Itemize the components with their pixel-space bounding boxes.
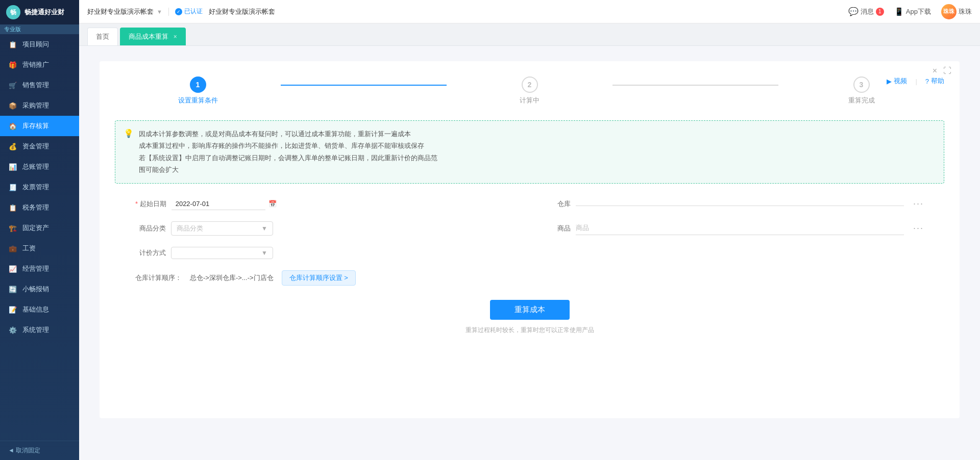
- goods-placeholder: 商品: [576, 223, 589, 233]
- calc-order-value: 总仓->深圳仓库->...->门店仓: [190, 273, 274, 283]
- app-download-label: App下载: [906, 7, 931, 16]
- info-line-4: 围可能会扩大: [139, 164, 437, 175]
- sidebar-item-label: 税务管理: [22, 203, 49, 212]
- step-3-label: 重算完成: [848, 96, 875, 105]
- goods-field: 商品 商品 ···: [540, 221, 924, 235]
- unpin-button[interactable]: ◄ 取消固定: [0, 441, 79, 460]
- close-window-button[interactable]: ×: [933, 66, 937, 75]
- sidebar-item-project[interactable]: 📋 项目顾问: [0, 34, 79, 55]
- info-icon: 💡: [124, 129, 134, 176]
- sidebar-logo: 畅 畅捷通好业财: [0, 0, 79, 24]
- certified-status: ✓ 已认证: [175, 7, 203, 16]
- sidebar-item-inventory[interactable]: 🏠 库存核算: [0, 116, 79, 136]
- expense-icon: 🔄: [8, 285, 17, 294]
- calendar-icon[interactable]: 📅: [268, 200, 277, 208]
- operations-icon: 📈: [8, 264, 17, 273]
- sidebar-item-basic[interactable]: 📝 基础信息: [0, 299, 79, 320]
- sidebar-item-assets[interactable]: 🏗️ 固定资产: [0, 218, 79, 238]
- tab-home[interactable]: 首页: [87, 28, 118, 45]
- tab-close-icon[interactable]: ×: [174, 33, 177, 40]
- sidebar-item-expense[interactable]: 🔄 小畅报销: [0, 279, 79, 299]
- sidebar-item-salary[interactable]: 💼 工资: [0, 238, 79, 259]
- recalculate-button[interactable]: 重算成本: [490, 300, 570, 320]
- tax-icon: 📋: [8, 203, 17, 212]
- category-placeholder: 商品分类: [177, 224, 203, 233]
- user-avatar: 珠珠: [941, 4, 957, 19]
- step-2-label: 计算中: [520, 96, 540, 105]
- logo-text: 畅捷通好业财: [24, 8, 64, 17]
- sidebar-item-label: 库存核算: [22, 121, 49, 131]
- phone-icon: 📱: [894, 7, 904, 16]
- sidebar-item-label: 工资: [22, 244, 36, 253]
- sidebar: 畅 畅捷通好业财 专业版 📋 项目顾问 🎁 营销推广 🛒 销售管理 📦 采购管理…: [0, 0, 79, 460]
- sidebar-item-label: 系统管理: [22, 325, 49, 335]
- step-2-circle: 2: [522, 76, 538, 93]
- main-area: 好业财专业版演示帐套 ▼ ✓ 已认证 好业财专业版演示帐套 💬 消息 1 📱 A…: [79, 0, 980, 460]
- calc-order-settings-button[interactable]: 仓库计算顺序设置 >: [282, 270, 356, 286]
- sidebar-item-label: 发票管理: [22, 183, 49, 192]
- accounting-icon: 📊: [8, 162, 17, 171]
- category-label: 商品分类: [135, 224, 166, 233]
- info-line-1: 因成本计算参数调整，或是对商品成本有疑问时，可以通过成本重算功能，重新计算一遍成…: [139, 128, 437, 140]
- recalculate-note: 重算过程耗时较长，重算时您可以正常使用产品: [465, 326, 594, 335]
- form-section: 起始日期 📅 仓库 ···: [115, 198, 944, 335]
- window-controls: × ⛶: [933, 66, 951, 75]
- goods-label: 商品: [540, 224, 571, 233]
- sidebar-item-tax[interactable]: 📋 税务管理: [0, 197, 79, 218]
- sidebar-item-label: 经营管理: [22, 264, 49, 273]
- sidebar-item-system[interactable]: ⚙️ 系统管理: [0, 320, 79, 340]
- message-button[interactable]: 💬 消息 1: [848, 7, 884, 16]
- message-icon: 💬: [848, 7, 859, 16]
- purchase-icon: 📦: [8, 101, 17, 110]
- info-box: 💡 因成本计算参数调整，或是对商品成本有疑问时，可以通过成本重算功能，重新计算一…: [115, 120, 944, 184]
- warehouse-field: 仓库 ···: [540, 198, 924, 209]
- warehouse-more-button[interactable]: ···: [913, 198, 924, 209]
- tab-recalc-label: 商品成本重算: [129, 33, 168, 40]
- account-selector[interactable]: 好业财专业版演示帐套 ▼: [87, 7, 162, 16]
- info-line-2: 成本重算过程中，影响库存账的操作均不能操作，比如进货单、销货单、库存单据不能审核…: [139, 140, 437, 151]
- calc-order-row: 仓库计算顺序： 总仓->深圳仓库->...->门店仓 仓库计算顺序设置 >: [135, 270, 924, 286]
- sidebar-item-purchase[interactable]: 📦 采购管理: [0, 95, 79, 116]
- sidebar-item-marketing[interactable]: 🎁 营销推广: [0, 55, 79, 75]
- sidebar-item-sales[interactable]: 🛒 销售管理: [0, 75, 79, 95]
- recalculate-label: 重算成本: [514, 305, 545, 314]
- inventory-icon: 🏠: [8, 121, 17, 131]
- start-date-input[interactable]: [172, 198, 265, 210]
- content-panel: × ⛶ ▶ 视频 | ? 帮助 1 设置重算条件: [100, 61, 960, 418]
- content-area: × ⛶ ▶ 视频 | ? 帮助 1 设置重算条件: [79, 46, 980, 460]
- sidebar-item-accounting[interactable]: 📊 总账管理: [0, 157, 79, 177]
- form-row-3: 计价方式 ▼: [135, 247, 924, 259]
- pricing-label: 计价方式: [135, 248, 166, 258]
- pricing-chevron-icon: ▼: [261, 249, 267, 257]
- step-2: 2 计算中: [447, 76, 612, 105]
- edition-badge: 专业版: [0, 24, 79, 34]
- category-chevron-icon: ▼: [261, 225, 267, 232]
- calc-order-label: 仓库计算顺序：: [135, 273, 182, 283]
- goods-more-button[interactable]: ···: [913, 223, 924, 234]
- logo-icon: 畅: [6, 5, 20, 19]
- sidebar-item-label: 资金管理: [22, 142, 49, 151]
- sidebar-item-invoice[interactable]: 🧾 发票管理: [0, 177, 79, 197]
- category-select[interactable]: 商品分类 ▼: [171, 221, 273, 236]
- start-date-label: 起始日期: [135, 199, 166, 209]
- stepper: 1 设置重算条件 2 计算中 3 重算完成: [115, 76, 944, 105]
- maximize-window-button[interactable]: ⛶: [943, 66, 951, 75]
- pricing-field: 计价方式 ▼: [135, 247, 520, 259]
- sidebar-item-operations[interactable]: 📈 经营管理: [0, 259, 79, 279]
- sidebar-item-label: 项目顾问: [22, 40, 49, 49]
- sidebar-item-label: 总账管理: [22, 162, 49, 171]
- sidebar-item-label: 小畅报销: [22, 285, 49, 294]
- system-icon: ⚙️: [8, 325, 17, 335]
- sidebar-item-finance[interactable]: 💰 资金管理: [0, 136, 79, 157]
- start-date-input-group: 📅: [172, 198, 520, 210]
- certified-label: 已认证: [184, 7, 203, 16]
- user-profile[interactable]: 珠珠 珠珠: [941, 4, 972, 19]
- pricing-select[interactable]: ▼: [171, 247, 273, 259]
- tab-recalc[interactable]: 商品成本重算 ×: [120, 28, 186, 45]
- company-name: 好业财专业版演示帐套: [209, 7, 275, 16]
- category-field: 商品分类 商品分类 ▼: [135, 221, 520, 236]
- sidebar-item-label: 营销推广: [22, 60, 49, 69]
- sales-icon: 🛒: [8, 81, 17, 90]
- sidebar-item-label: 采购管理: [22, 101, 49, 110]
- app-download-button[interactable]: 📱 App下载: [894, 7, 931, 16]
